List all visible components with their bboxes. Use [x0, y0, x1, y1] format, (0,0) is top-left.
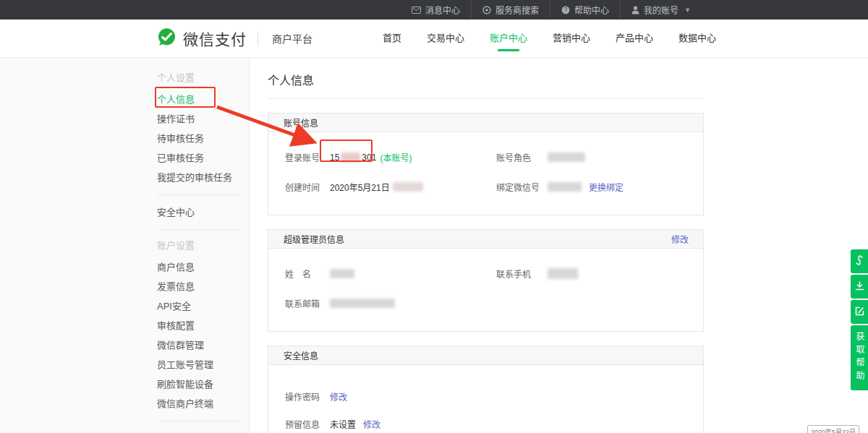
contact-email-label: 联系邮箱	[285, 297, 330, 309]
floating-help-rail: 获取帮助	[851, 249, 868, 390]
envelope-icon	[412, 7, 421, 14]
account-info-card: 账号信息 登录账号 15 301 (本账号)	[268, 113, 704, 215]
site-header: 微信支付 商户平台 首页 交易中心 账户中心 营销中心 产品中心 数据中心	[0, 20, 868, 58]
operation-password-label: 操作密码	[285, 390, 330, 403]
edit-icon	[855, 306, 864, 319]
sidebar-item-review-config[interactable]: 审核配置	[157, 316, 249, 335]
created-time-value: 2020年5月21日	[330, 181, 390, 193]
contact-phone-label: 联系手机	[496, 267, 548, 280]
topbar-item-label: 帮助中心	[574, 4, 609, 16]
redacted-account-role	[548, 153, 585, 162]
redacted-bound-wechat	[548, 182, 582, 192]
operation-password-modify-link[interactable]: 修改	[330, 390, 347, 403]
sidebar-item-wechat-group-mgmt[interactable]: 微信群管理	[157, 335, 249, 355]
sidebar-item-my-submitted-tasks[interactable]: 我提交的审核任务	[157, 168, 249, 187]
wechat-pay-merchant-portal: 消息中心 服务商搜索 ? 帮助中心 我的账号 ▼	[0, 0, 868, 433]
person-icon	[631, 6, 639, 14]
feedback-button[interactable]	[851, 300, 868, 324]
topbar-item-label: 消息中心	[425, 4, 460, 16]
brand-divider	[258, 31, 258, 46]
redacted-name	[330, 269, 354, 278]
chevron-down-icon: ▼	[684, 7, 691, 14]
wechat-pay-logo-icon	[157, 27, 176, 50]
current-account-note: (本账号)	[380, 151, 412, 163]
page-body: 个人设置 个人信息 操作证书 待审核任务 已审核任务 我提交的审核任务 安全中心…	[0, 58, 868, 433]
sidebar-item-security-center[interactable]: 安全中心	[157, 202, 249, 222]
redacted-contact-phone	[548, 268, 578, 279]
topbar-my-account[interactable]: 我的账号 ▼	[620, 0, 702, 20]
sidebar-divider	[157, 421, 242, 421]
card-title-security-info: 安全信息	[284, 349, 318, 361]
svg-text:?: ?	[564, 7, 567, 13]
sidebar-item-api-security[interactable]: API安全	[157, 296, 249, 316]
name-label: 姓 名	[285, 267, 330, 280]
nav-data-center[interactable]: 数据中心	[678, 26, 716, 51]
reserved-info-modify-link[interactable]: 修改	[363, 418, 380, 430]
search-icon	[482, 6, 491, 14]
nav-product-center[interactable]: 产品中心	[616, 26, 653, 51]
security-info-card: 安全信息 操作密码 修改 预留信息 未设置 修改 预留信息	[268, 346, 704, 433]
sidebar-section-personal-settings: 个人设置	[157, 69, 249, 87]
sidebar-divider	[157, 194, 242, 195]
download-icon	[855, 280, 864, 293]
brand-portal-label: 商户平台	[272, 31, 312, 46]
login-account-label: 登录账号	[285, 151, 330, 163]
redacted-login-middle	[341, 153, 360, 162]
sidebar-item-pending-review-tasks[interactable]: 待审核任务	[157, 129, 249, 148]
download-button[interactable]	[851, 275, 868, 299]
sidebar-item-wechat-merchant-terminal[interactable]: 微信商户终端	[157, 394, 249, 413]
reserved-info-status: 未设置	[330, 418, 356, 430]
topbar-item-label: 我的账号	[644, 4, 678, 16]
sidebar: 个人设置 个人信息 操作证书 待审核任务 已审核任务 我提交的审核任务 安全中心…	[0, 58, 250, 433]
change-binding-link[interactable]: 更换绑定	[589, 181, 624, 193]
topbar-provider-search[interactable]: 服务商搜索	[471, 0, 550, 20]
nav-transaction-center[interactable]: 交易中心	[427, 26, 464, 51]
card-title-super-admin: 超级管理员信息	[284, 233, 344, 245]
brand[interactable]: 微信支付 商户平台	[157, 27, 312, 50]
sidebar-item-personal-info[interactable]: 个人信息	[157, 90, 249, 109]
bound-wechat-label: 绑定微信号	[496, 181, 548, 193]
sidebar-item-face-smart-device[interactable]: 刷脸智能设备	[157, 374, 249, 394]
link-icon	[855, 255, 864, 268]
utility-topbar: 消息中心 服务商搜索 ? 帮助中心 我的账号 ▼	[0, 0, 868, 20]
topbar-help-center[interactable]: ? 帮助中心	[550, 0, 620, 20]
sidebar-item-reviewed-tasks[interactable]: 已审核任务	[157, 148, 249, 168]
share-link-button[interactable]	[851, 249, 868, 273]
redacted-contact-email	[330, 299, 395, 308]
brand-name: 微信支付	[183, 27, 247, 49]
sidebar-item-staff-account-mgmt[interactable]: 员工账号管理	[157, 355, 249, 374]
sidebar-item-operation-certificate[interactable]: 操作证书	[157, 109, 249, 129]
login-suffix: 301	[362, 153, 376, 163]
topbar-message-center[interactable]: 消息中心	[401, 0, 471, 20]
nav-home[interactable]: 首页	[383, 26, 401, 51]
get-help-button[interactable]: 获取帮助	[851, 325, 868, 390]
login-prefix: 15	[330, 153, 339, 163]
topbar-item-label: 服务商搜索	[495, 4, 539, 16]
sidebar-section-account-settings: 账户设置	[157, 237, 249, 254]
created-time-label: 创建时间	[285, 181, 330, 193]
super-admin-card: 超级管理员信息 修改 姓 名 联系手机	[268, 229, 704, 332]
get-help-label: 获取帮助	[851, 332, 868, 384]
primary-nav: 首页 交易中心 账户中心 营销中心 产品中心 数据中心	[383, 26, 716, 51]
sidebar-divider	[157, 229, 242, 230]
date-chip: 2020年5月22日	[807, 425, 859, 433]
nav-account-center[interactable]: 账户中心	[490, 26, 527, 51]
main-content: 个人信息 账号信息 登录账号 15 30	[250, 58, 868, 433]
page-title: 个人信息	[268, 71, 704, 99]
login-account-value: 15 301 (本账号)	[330, 151, 412, 163]
sidebar-item-merchant-info[interactable]: 商户信息	[157, 257, 249, 277]
sidebar-item-invoice-info[interactable]: 发票信息	[157, 277, 249, 296]
card-title-account-info: 账号信息	[284, 116, 318, 129]
redacted-created-time	[393, 182, 423, 192]
nav-marketing-center[interactable]: 营销中心	[553, 26, 590, 51]
question-icon: ?	[561, 6, 570, 14]
reserved-info-label: 预留信息	[285, 418, 330, 430]
account-role-label: 账号角色	[496, 151, 548, 163]
super-admin-modify-link[interactable]: 修改	[671, 233, 689, 245]
